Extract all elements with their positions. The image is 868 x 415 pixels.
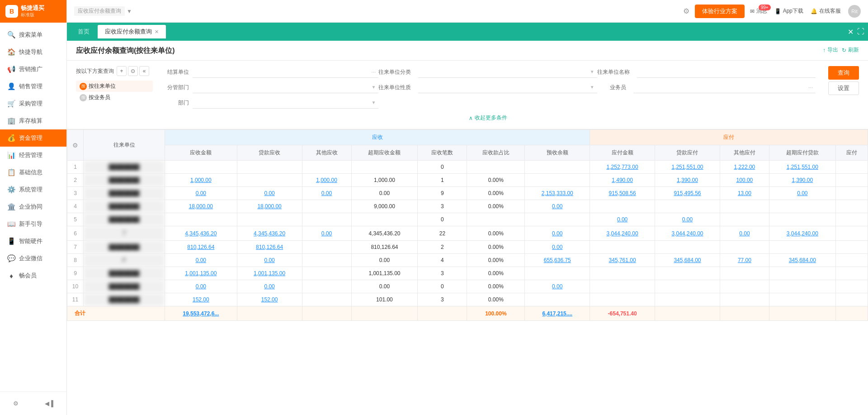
sidebar-item-basic[interactable]: 📋 基础信息	[0, 164, 66, 181]
export-icon: ↑	[823, 47, 826, 53]
col-ap-amount: 应付金额	[590, 145, 655, 161]
tab-close-all-icon[interactable]: ✕	[848, 28, 854, 36]
sidebar: B 畅捷通买 标准版 🔍 搜索菜单 🏠 快捷导航 📢 营销推广 👤 销售管理 🛒…	[0, 0, 67, 415]
sidebar-item-guide[interactable]: 📖 新手引导	[0, 215, 66, 233]
filter-salesman: 业务员 ···	[597, 81, 816, 93]
online-service-btn[interactable]: 🔔 在线客服	[811, 7, 841, 15]
filter-area: 按以下方案查询 + ⊙ « 按 按往来单位 按 按业务员	[67, 61, 868, 129]
table-row: 10████████0.000.000.0000.00%0.00	[67, 280, 868, 293]
sidebar-item-member[interactable]: ♦ 畅会员	[0, 267, 66, 284]
breadcrumb: 应收应付余额查询 ▼	[74, 6, 678, 16]
department-input[interactable]: ▼	[193, 97, 378, 109]
col-partner: 往来单位	[84, 130, 165, 161]
user-avatar[interactable]: Rit	[848, 5, 861, 18]
sidebar-item-wechat[interactable]: 💬 企业微信	[0, 250, 66, 267]
sidebar-item-purchase[interactable]: 🛒 采购管理	[0, 95, 66, 112]
filter-partner-category: 往来单位分类 ▼	[378, 66, 597, 78]
topbar-right: ✉ 消息 99+ 📱 App下载 🔔 在线客服 Rit	[750, 5, 861, 18]
sidebar-collapse-btn[interactable]: ◀▐	[39, 396, 59, 410]
filter-partner-nature: 往来单位性质 ▼	[378, 81, 597, 93]
table-row: 1████████01,252,773.001,251,551.001,222.…	[67, 161, 868, 174]
topbar-gear-icon[interactable]: ⚙	[683, 7, 689, 15]
settlement-unit-input[interactable]: ···	[193, 66, 378, 78]
query-button[interactable]: 查询	[828, 66, 859, 80]
salesman-input[interactable]: ···	[633, 81, 816, 93]
basic-icon: 📋	[7, 168, 15, 176]
partner-nature-input[interactable]: ▼	[418, 81, 597, 93]
sidebar-item-sales[interactable]: 👤 销售管理	[0, 78, 66, 95]
marketing-icon: 📢	[7, 65, 15, 73]
tab-maximize-icon[interactable]: ⛶	[857, 28, 864, 36]
col-ar-count: 应收笔数	[418, 145, 467, 161]
table-row: 5████████00.000.00	[67, 213, 868, 226]
service-icon: 🔔	[811, 8, 817, 14]
message-badge: 99+	[759, 5, 771, 10]
setting-button[interactable]: 设置	[828, 81, 859, 95]
collapse-filter-btn[interactable]: ∧ 收起更多条件	[467, 112, 509, 124]
filter-department: 部门 ▼	[160, 97, 378, 109]
table-area: ⚙ 往来单位 应收 应付 应收金额 贷款应收 其他应收 超期应收金额 应收笔数 …	[67, 129, 868, 415]
dept-manager-input[interactable]: ▼	[193, 81, 378, 93]
logo-text: 畅捷通买 标准版	[21, 5, 44, 18]
filter-scheme-panel: 按以下方案查询 + ⊙ « 按 按往来单位 按 按业务员	[76, 66, 153, 103]
sidebar-item-corp[interactable]: 🏛️ 企业协同	[0, 198, 66, 215]
total-overdue-ar	[351, 306, 418, 321]
col-ar-ratio: 应收款占比	[467, 145, 525, 161]
sidebar-item-hardware[interactable]: 📱 智能硬件	[0, 233, 66, 250]
sidebar-item-search-menu[interactable]: 🔍 搜索菜单	[0, 26, 66, 43]
app-download-btn[interactable]: 📱 App下载	[774, 7, 803, 15]
export-button[interactable]: ↑ 导出	[823, 46, 838, 54]
table-row: 7████████810,126.64810,126.64810,126.642…	[67, 241, 868, 254]
total-other-ar	[302, 306, 351, 321]
partner-name-input[interactable]	[637, 66, 816, 78]
message-btn[interactable]: ✉ 消息 99+	[750, 7, 767, 15]
total-other-ap	[720, 306, 769, 321]
partner-category-input[interactable]: ▼	[418, 66, 597, 78]
page-actions: ↑ 导出 ↻ 刷新	[823, 46, 859, 54]
breadcrumb-dropdown-icon[interactable]: ▼	[127, 8, 132, 14]
system-icon: ⚙️	[7, 186, 15, 194]
refresh-icon: ↻	[842, 47, 846, 53]
table-row: 8P0.000.000.0040.00%655,636.75345,761.00…	[67, 254, 868, 267]
collapse-scheme-btn[interactable]: «	[139, 66, 149, 76]
scheme-salesman-icon: 按	[80, 94, 87, 101]
col-ar-amount: 应收金额	[165, 145, 237, 161]
refresh-button[interactable]: ↻ 刷新	[842, 46, 859, 54]
page-content: 应收应付余额查询(按往来单位) ↑ 导出 ↻ 刷新 按以下方案查询	[67, 41, 868, 415]
tabbar-actions: ✕ ⛶	[848, 28, 864, 36]
promo-button[interactable]: 体验行业方案	[695, 5, 745, 18]
sidebar-item-finance[interactable]: 💰 资金管理	[0, 129, 66, 147]
sidebar-settings-btn[interactable]: ⚙	[8, 396, 24, 410]
tab-ar-ap[interactable]: 应收应付余额查询 ✕	[98, 25, 166, 38]
sidebar-item-operation[interactable]: 📊 经营管理	[0, 147, 66, 164]
total-ar-amount[interactable]: 19,553,472,6...	[165, 306, 237, 321]
table-row: 2████████1,000.001,000.001,000.0010.00%1…	[67, 174, 868, 187]
col-other-ap: 其他应付	[720, 145, 769, 161]
add-scheme-btn[interactable]: +	[117, 66, 127, 76]
scheme-by-partner[interactable]: 按 按往来单位	[76, 81, 153, 92]
topbar: 应收应付余额查询 ▼ ⚙ 体验行业方案 ✉ 消息 99+ 📱 App下载 🔔 在…	[67, 0, 868, 23]
total-label: 合计	[67, 306, 165, 321]
sidebar-item-inventory[interactable]: 🏢 库存核算	[0, 112, 66, 129]
table-row: 3████████0.000.000.000.0090.00%2,153,333…	[67, 187, 868, 200]
sidebar-item-system[interactable]: ⚙️ 系统管理	[0, 181, 66, 198]
sidebar-item-quick-nav[interactable]: 🏠 快捷导航	[0, 43, 66, 61]
sidebar-bottom: ⚙ ◀▐	[0, 391, 66, 415]
tab-home[interactable]: 首页	[71, 25, 97, 38]
table-settings-icon[interactable]: ⚙	[72, 142, 78, 149]
sidebar-item-marketing[interactable]: 📢 营销推广	[0, 61, 66, 78]
filter-settlement-unit: 结算单位 ···	[160, 66, 378, 78]
col-overdue-ar: 超期应收金额	[351, 145, 418, 161]
tab-bar: 首页 应收应付余额查询 ✕ ✕ ⛶	[67, 23, 868, 41]
sidebar-logo: B 畅捷通买 标准版	[0, 0, 66, 23]
table-row: 9████████1,001,135.001,001,135.001,001,1…	[67, 267, 868, 280]
sales-icon: 👤	[7, 82, 15, 91]
tab-close-icon[interactable]: ✕	[155, 29, 159, 35]
col-overdue-ap: 超期应付贷款	[769, 145, 835, 161]
total-prepay[interactable]: 6,417,215....	[525, 306, 590, 321]
edit-scheme-btn[interactable]: ⊙	[128, 66, 138, 76]
col-group-ar: 应收	[165, 130, 590, 145]
scheme-by-salesman[interactable]: 按 按业务员	[76, 92, 153, 103]
total-ar-ratio: 100.00%	[467, 306, 525, 321]
col-ap-partial: 应付	[835, 145, 868, 161]
